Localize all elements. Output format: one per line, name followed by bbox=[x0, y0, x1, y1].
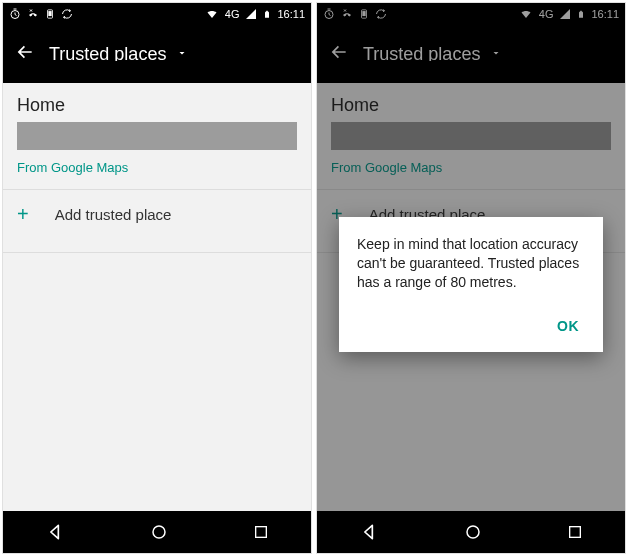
device-icon bbox=[45, 8, 55, 20]
network-label: 4G bbox=[225, 8, 240, 20]
svg-rect-6 bbox=[255, 527, 266, 538]
svg-rect-3 bbox=[265, 11, 269, 17]
divider bbox=[3, 252, 311, 253]
nav-home-icon[interactable] bbox=[150, 523, 168, 541]
phone-missed-icon bbox=[27, 8, 39, 20]
back-icon[interactable] bbox=[15, 42, 35, 66]
accuracy-dialog: Keep in mind that location accuracy can'… bbox=[339, 217, 603, 352]
navigation-bar bbox=[317, 511, 625, 553]
dropdown-icon[interactable] bbox=[176, 45, 188, 63]
subtitle-redacted bbox=[51, 61, 169, 75]
screen-left: 4G 16:11 Trusted places Home bbox=[2, 2, 312, 554]
place-address-redacted[interactable] bbox=[17, 122, 297, 150]
svg-point-12 bbox=[467, 526, 479, 538]
plus-icon: + bbox=[17, 204, 29, 224]
signal-icon bbox=[245, 8, 257, 20]
nav-home-icon[interactable] bbox=[464, 523, 482, 541]
svg-rect-4 bbox=[266, 10, 268, 11]
place-name: Home bbox=[17, 95, 297, 116]
svg-rect-2 bbox=[48, 11, 51, 16]
content: Home From Google Maps + Add trusted plac… bbox=[3, 83, 311, 263]
clock: 16:11 bbox=[277, 8, 305, 20]
dialog-ok-button[interactable]: OK bbox=[551, 310, 585, 342]
nav-recent-icon[interactable] bbox=[253, 524, 269, 540]
app-bar: Trusted places bbox=[3, 25, 311, 83]
nav-back-icon[interactable] bbox=[359, 522, 379, 542]
loop-icon bbox=[61, 8, 73, 20]
screen-right: 4G 16:11 Trusted places Home bbox=[316, 2, 626, 554]
dialog-message: Keep in mind that location accuracy can'… bbox=[357, 235, 585, 292]
battery-icon bbox=[263, 8, 271, 21]
timer-icon bbox=[9, 8, 21, 20]
nav-recent-icon[interactable] bbox=[567, 524, 583, 540]
nav-back-icon[interactable] bbox=[45, 522, 65, 542]
place-source: From Google Maps bbox=[17, 160, 297, 175]
svg-rect-13 bbox=[569, 527, 580, 538]
add-trusted-place-row[interactable]: + Add trusted place bbox=[17, 190, 297, 238]
status-bar: 4G 16:11 bbox=[3, 3, 311, 25]
navigation-bar bbox=[3, 511, 311, 553]
svg-point-5 bbox=[153, 526, 165, 538]
add-trusted-place-label: Add trusted place bbox=[55, 206, 172, 223]
wifi-icon bbox=[205, 8, 219, 20]
